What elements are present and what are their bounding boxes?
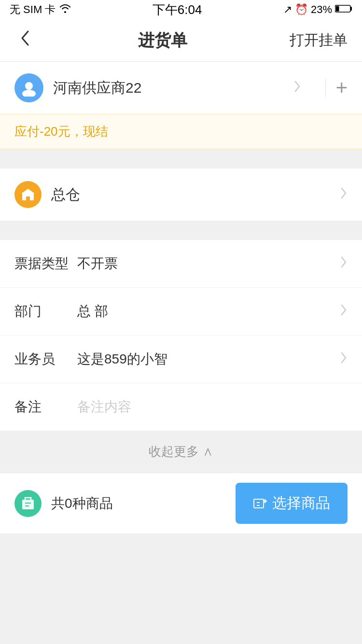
divider bbox=[325, 78, 326, 98]
battery-text: 23% bbox=[311, 3, 332, 16]
supplier-arrow-icon bbox=[293, 80, 301, 97]
svg-marker-6 bbox=[21, 189, 35, 194]
select-product-button[interactable]: 选择商品 bbox=[236, 483, 348, 524]
sales-value: 这是859的小智 bbox=[77, 350, 340, 368]
warehouse-section: 总仓 bbox=[0, 168, 362, 221]
invoice-label: 票据类型 bbox=[14, 254, 77, 273]
svg-point-3 bbox=[25, 82, 33, 90]
dept-label: 部门 bbox=[14, 302, 77, 321]
bottom-bar: 共0种商品 选择商品 bbox=[0, 473, 362, 533]
battery-icon bbox=[335, 3, 352, 16]
supplier-name: 河南供应商22 bbox=[53, 78, 293, 98]
invoice-row[interactable]: 票据类型 不开票 bbox=[0, 240, 362, 288]
nav-bar: 进货单 打开挂单 bbox=[0, 19, 362, 62]
warehouse-row[interactable]: 总仓 bbox=[0, 168, 362, 221]
page-content: 河南供应商22 + 应付-20元，现结 总仓 bbox=[0, 62, 362, 644]
dept-arrow-icon bbox=[340, 303, 348, 320]
notice-text: 应付-20元，现结 bbox=[14, 124, 108, 139]
sales-row[interactable]: 业务员 这是859的小智 bbox=[0, 336, 362, 383]
carrier-text: 无 SIM 卡 bbox=[10, 2, 56, 17]
svg-rect-8 bbox=[22, 500, 34, 509]
status-right: ↗ ⏰ 23% bbox=[283, 3, 352, 16]
remark-label: 备注 bbox=[14, 398, 77, 416]
alarm-icon: ⏰ bbox=[295, 3, 308, 16]
back-button[interactable] bbox=[14, 24, 36, 57]
supplier-avatar bbox=[14, 73, 43, 102]
sales-label: 业务员 bbox=[14, 350, 77, 368]
sales-arrow-icon bbox=[340, 351, 348, 368]
warehouse-name: 总仓 bbox=[51, 185, 340, 205]
supplier-row[interactable]: 河南供应商22 + bbox=[0, 62, 362, 114]
invoice-arrow-icon bbox=[340, 255, 348, 272]
product-icon bbox=[14, 490, 42, 517]
gap2 bbox=[0, 221, 362, 230]
status-time: 下午6:04 bbox=[153, 1, 202, 18]
dept-row[interactable]: 部门 总 部 bbox=[0, 288, 362, 336]
remark-input[interactable]: 备注内容 bbox=[77, 398, 348, 416]
product-count: 共0种商品 bbox=[51, 494, 236, 513]
supplier-section: 河南供应商22 + 应付-20元，现结 bbox=[0, 62, 362, 149]
svg-rect-11 bbox=[254, 499, 264, 508]
svg-rect-2 bbox=[336, 6, 339, 12]
page-title: 进货单 bbox=[138, 29, 187, 52]
collapse-button[interactable]: 收起更多 ∧ bbox=[0, 431, 362, 473]
form-section: 票据类型 不开票 部门 总 部 业务员 这是859的小智 bbox=[0, 240, 362, 431]
location-icon: ↗ bbox=[283, 3, 292, 16]
warehouse-arrow-icon bbox=[340, 186, 348, 203]
svg-rect-1 bbox=[350, 7, 352, 11]
warehouse-icon bbox=[14, 181, 42, 208]
open-pending-button[interactable]: 打开挂单 bbox=[290, 30, 348, 50]
status-left: 无 SIM 卡 bbox=[10, 2, 71, 17]
dept-value: 总 部 bbox=[77, 302, 340, 321]
svg-rect-7 bbox=[26, 196, 30, 200]
svg-point-4 bbox=[22, 90, 36, 97]
invoice-value: 不开票 bbox=[77, 254, 340, 273]
wifi-icon bbox=[59, 3, 71, 16]
gap1 bbox=[0, 149, 362, 159]
select-product-label: 选择商品 bbox=[272, 493, 330, 513]
status-bar: 无 SIM 卡 下午6:04 ↗ ⏰ 23% bbox=[0, 0, 362, 19]
notice-banner: 应付-20元，现结 bbox=[0, 114, 362, 149]
add-supplier-button[interactable]: + bbox=[335, 78, 348, 98]
remark-row[interactable]: 备注 备注内容 bbox=[0, 383, 362, 431]
